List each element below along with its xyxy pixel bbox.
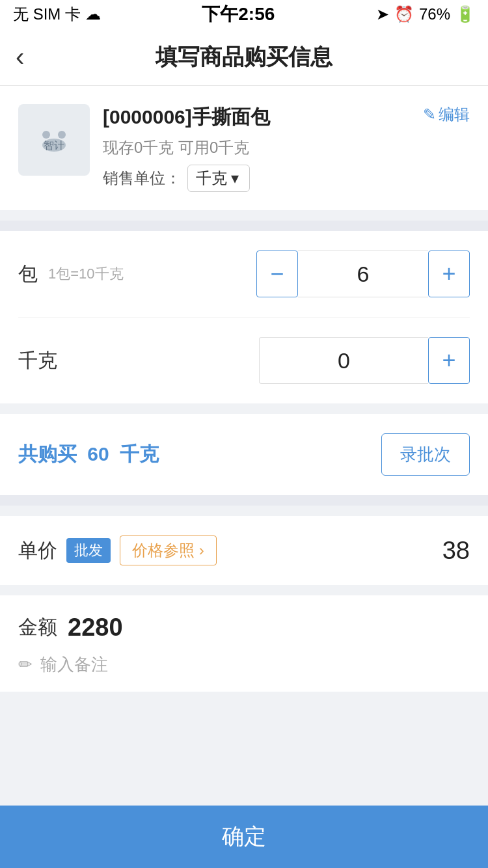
total-text: 共购买 60 千克 [18,441,159,468]
unit-value: 千克 [196,168,227,189]
edit-label: 编辑 [439,104,470,125]
package-label-text: 包 [18,261,38,288]
page-title: 填写商品购买信息 [156,42,332,72]
package-row: 包 1包=10千克 − + [18,231,470,318]
remark-icon: ✏ [18,655,33,675]
svg-point-1 [58,131,66,139]
total-prefix: 共购买 [18,443,77,465]
confirm-button[interactable]: 确定 [222,822,266,852]
price-left: 单价 批发 价格参照 › [18,536,217,565]
total-unit: 千克 [120,443,159,465]
product-unit-row: 销售单位： 千克 ▾ [103,165,470,192]
remark-row[interactable]: ✏ 输入备注 [18,653,470,676]
unit-label: 销售单位： [103,168,181,189]
batch-button[interactable]: 录批次 [381,433,470,476]
bottom-spacer [0,692,488,822]
price-label: 单价 [18,537,57,564]
input-section: 包 1包=10千克 − + 千克 + [0,231,488,403]
section-divider-2 [0,495,488,506]
package-label: 包 1包=10千克 [18,261,124,288]
product-name: [0000006]手撕面包 [103,104,270,131]
product-info: [0000006]手撕面包 ✎ 编辑 现存0千克 可用0千克 销售单位： 千克 … [103,104,470,192]
kg-row: 千克 + [18,318,470,403]
kg-plus-button[interactable]: + [428,337,470,384]
amount-section: 金额 2280 ✏ 输入备注 [0,595,488,692]
package-minus-button[interactable]: − [256,251,298,297]
sim-status: 无 SIM 卡 ☁ [13,4,101,25]
confirm-bar[interactable]: 确定 [0,806,488,868]
alarm-icon: ⏰ [394,5,414,23]
product-card: 智计 [0000006]手撕面包 ✎ 编辑 现存0千克 可用0千克 销售单位： … [0,86,488,210]
svg-point-0 [42,131,50,139]
price-ref-button[interactable]: 价格参照 › [120,536,217,565]
kg-label: 千克 [18,347,57,374]
price-tag-batch: 批发 [66,538,111,563]
kg-label-text: 千克 [18,347,57,374]
status-right: ➤ ⏰ 76% 🔋 [376,5,475,23]
remark-input[interactable]: 输入备注 [40,653,108,676]
price-value: 38 [442,537,470,565]
product-thumbnail: 智计 [18,104,90,176]
back-button[interactable]: ‹ [16,42,24,72]
kg-input[interactable] [259,337,428,384]
status-bar: 无 SIM 卡 ☁ 下午2:56 ➤ ⏰ 76% 🔋 [0,0,488,29]
status-time: 下午2:56 [202,2,275,27]
battery-level: 76% [419,5,450,23]
nav-bar: ‹ 填写商品购买信息 [0,29,488,86]
amount-label: 金额 [18,614,57,641]
dropdown-arrow: ▾ [231,169,239,187]
package-hint: 1包=10千克 [48,264,124,284]
kg-controls: + [259,337,470,384]
svg-text:智计: 智计 [44,140,64,151]
battery-icon: 🔋 [455,5,475,23]
package-controls: − + [256,251,470,297]
amount-row: 金额 2280 [18,614,470,642]
status-left: 无 SIM 卡 ☁ [13,4,101,25]
package-plus-button[interactable]: + [428,251,470,297]
total-section: 共购买 60 千克 录批次 [0,414,488,495]
unit-dropdown[interactable]: 千克 ▾ [187,165,250,192]
location-icon: ➤ [376,5,389,23]
package-input[interactable] [298,251,428,297]
total-amount: 60 [87,443,109,465]
product-stock: 现存0千克 可用0千克 [103,137,470,158]
section-divider-1 [0,221,488,231]
edit-icon: ✎ [423,105,436,124]
amount-value: 2280 [68,614,123,642]
edit-button[interactable]: ✎ 编辑 [423,104,470,125]
price-section: 单价 批发 价格参照 › 38 [0,516,488,585]
